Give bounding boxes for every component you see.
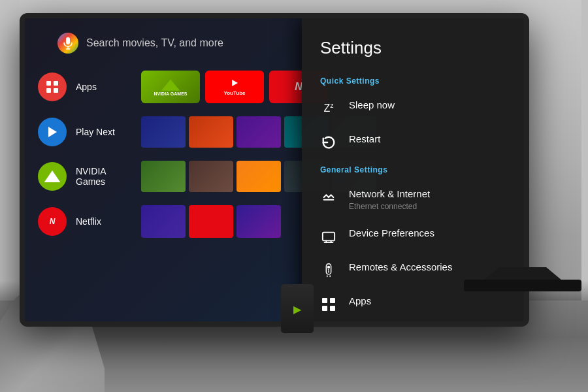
settings-apps-label: Apps: [349, 295, 506, 308]
netflix-thumb-2[interactable]: [189, 205, 233, 238]
movie-thumb-1[interactable]: [141, 116, 186, 148]
svg-rect-4: [54, 81, 58, 86]
svg-rect-3: [46, 81, 51, 86]
tv-screen: Search movies, TV, and more Apps: [25, 18, 524, 321]
network-item[interactable]: Network & Internet Ethernet connected: [302, 180, 524, 219]
svg-rect-5: [46, 88, 51, 93]
restart-item[interactable]: Restart: [302, 125, 524, 159]
apps-icon[interactable]: [38, 73, 67, 101]
search-bar[interactable]: Search movies, TV, and more: [57, 33, 223, 54]
remotes-icon: [320, 262, 337, 279]
svg-marker-9: [44, 171, 61, 182]
sleep-now-label: Sleep now: [349, 99, 506, 112]
quick-settings-label: Quick Settings: [302, 70, 524, 91]
netflix-row-label: Netflix: [76, 216, 135, 227]
youtube-thumb[interactable]: YouTube: [205, 71, 264, 103]
movie-thumb-3[interactable]: [237, 116, 281, 148]
network-text: Network & Internet Ethernet connected: [349, 188, 506, 211]
sleep-icon: Zz: [320, 100, 337, 117]
settings-apps-text: Apps: [349, 295, 506, 308]
movie-thumb-2[interactable]: [189, 116, 233, 148]
svg-rect-24: [330, 306, 335, 311]
apps-label: Apps: [76, 82, 135, 92]
netflix-icon[interactable]: N: [38, 207, 67, 236]
netflix-thumb-3[interactable]: [237, 205, 281, 238]
svg-rect-22: [330, 298, 335, 303]
search-placeholder: Search movies, TV, and more: [86, 37, 223, 49]
nvidia-games-thumb[interactable]: NVIDIA GAMES: [141, 71, 200, 103]
svg-rect-21: [322, 298, 327, 303]
network-sub: Ethernet connected: [349, 202, 506, 211]
remotes-label: Remotes & Accessories: [349, 261, 506, 274]
settings-apps-icon: [320, 296, 337, 313]
tv-base: [464, 280, 581, 291]
network-icon: [320, 189, 337, 206]
svg-rect-6: [54, 88, 58, 93]
device-preferences-item[interactable]: Device Preferences: [302, 219, 524, 253]
shield-logo: ▶: [293, 302, 301, 315]
accounts-item[interactable]: Accounts & Sign In: [302, 321, 524, 322]
restart-text: Restart: [349, 133, 506, 146]
settings-title: Settings: [302, 38, 524, 70]
nvidia-games-row-label: NVIDIA Games: [76, 166, 135, 187]
nvidia-shield-device: ▶: [281, 284, 314, 333]
play-next-label: Play Next: [76, 127, 135, 137]
netflix-thumb-1[interactable]: [141, 205, 186, 238]
device-icon: [320, 228, 337, 245]
tv-frame: Search movies, TV, and more Apps: [20, 13, 529, 327]
game-thumb-3[interactable]: [237, 161, 281, 192]
apps-thumbnails: NVIDIA GAMES YouTube N: [141, 71, 328, 103]
svg-rect-23: [322, 306, 327, 311]
device-label: Device Preferences: [349, 227, 506, 240]
remotes-text: Remotes & Accessories: [349, 261, 506, 274]
sleep-now-text: Sleep now: [349, 99, 506, 112]
svg-point-16: [328, 266, 330, 268]
settings-apps-item[interactable]: Apps: [302, 287, 524, 321]
network-label: Network & Internet: [349, 188, 506, 201]
svg-rect-0: [66, 37, 70, 44]
restart-label: Restart: [349, 133, 506, 146]
general-settings-label: General Settings: [302, 159, 524, 180]
svg-rect-11: [323, 232, 335, 240]
nvidia-icon[interactable]: [38, 162, 67, 191]
svg-marker-8: [48, 127, 57, 137]
svg-marker-7: [161, 79, 180, 90]
sleep-now-item[interactable]: Zz Sleep now: [302, 91, 524, 125]
game-thumb-1[interactable]: [141, 161, 186, 192]
game-thumb-2[interactable]: [189, 161, 233, 192]
mic-icon[interactable]: [57, 33, 78, 54]
restart-icon: [320, 134, 337, 151]
device-text: Device Preferences: [349, 227, 506, 240]
play-next-icon[interactable]: [38, 118, 67, 146]
netflix-movies: [141, 205, 281, 238]
